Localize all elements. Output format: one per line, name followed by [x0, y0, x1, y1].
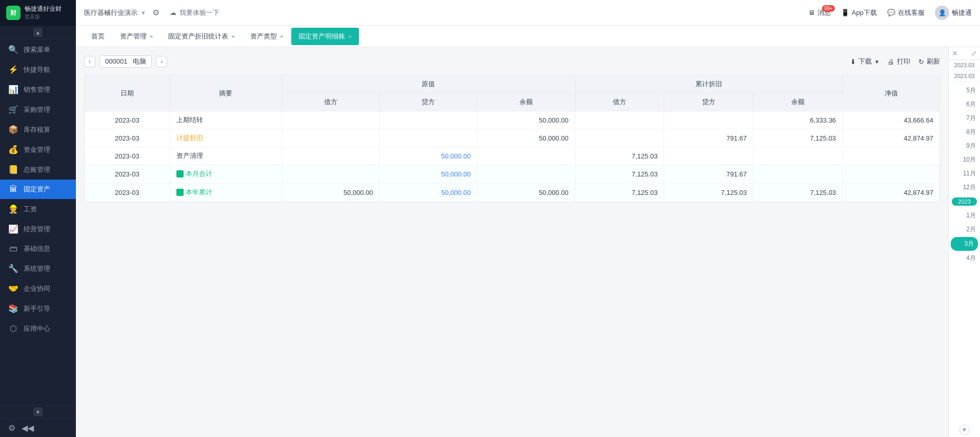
tab-detail-close[interactable]: ×: [348, 33, 351, 39]
timeline-month-5[interactable]: 5月: [949, 84, 980, 97]
customer-service-label: 在线客服: [898, 8, 925, 17]
company-selector[interactable]: 医疗器械行业演示 ▼: [84, 8, 146, 17]
sidebar-item-label: 采购管理: [24, 105, 50, 114]
user-name: 畅捷通: [952, 8, 972, 17]
refresh-icon: ↻: [918, 58, 924, 66]
sidebar-item-label: 应用中心: [24, 324, 50, 333]
sidebar-item-cooperation[interactable]: 🤝 企业协同: [0, 279, 76, 299]
tab-asset-management[interactable]: 资产管理 ×: [113, 28, 160, 45]
tab-asset-type[interactable]: 资产类型 ×: [243, 28, 290, 45]
sidebar-item-label: 销售管理: [24, 85, 50, 94]
sidebar-logo: 财 畅捷通好业财 普及版: [0, 0, 76, 26]
sidebar-scroll-up[interactable]: ▲: [33, 28, 43, 37]
topbar: 医疗器械行业演示 ▼ ⚙ ☁ 我要体验一下 🖥 消息 99+ 📱 App下载 💬…: [76, 0, 980, 26]
company-settings-icon[interactable]: ⚙: [152, 8, 159, 17]
sidebar-item-operations[interactable]: 📈 经营管理: [0, 219, 76, 239]
asset-next-button[interactable]: ›: [156, 56, 167, 67]
timeline-2023-3[interactable]: 3月: [951, 237, 978, 251]
sidebar-item-system[interactable]: 🔧 系统管理: [0, 259, 76, 279]
tab-asset-type-close[interactable]: ×: [280, 33, 283, 39]
messages-icon: 🖥: [808, 9, 815, 16]
th-summary: 摘要: [170, 75, 282, 111]
sidebar-item-base-info[interactable]: 🗃 基础信息: [0, 239, 76, 259]
sidebar-item-sales[interactable]: 📊 销售管理: [0, 80, 76, 100]
timeline-2023-4[interactable]: 4月: [949, 251, 980, 265]
sidebar-item-guide[interactable]: 📚 新手引导: [0, 299, 76, 319]
company-dropdown-arrow: ▼: [141, 10, 146, 16]
tab-asset-management-close[interactable]: ×: [150, 33, 153, 39]
customer-service-button[interactable]: 💬 在线客服: [887, 8, 925, 17]
timeline-month-12[interactable]: 12月: [949, 181, 980, 194]
user-profile[interactable]: 👤 畅捷通: [935, 6, 972, 20]
sidebar-item-label: 经营管理: [24, 225, 50, 234]
settings-icon[interactable]: ⚙: [8, 423, 15, 433]
asset-code: 000001: [105, 57, 127, 65]
sidebar-nav: 🔍 搜索菜单 ⚡ 快捷导航 📊 销售管理 🛒 采购管理 📦 库存核算 💰 资金管…: [0, 39, 76, 405]
table-row: 2023-03本月合计50,000.007,125.03791.67: [85, 165, 939, 184]
timeline-2023-1[interactable]: 1月: [949, 209, 980, 223]
summary-icon: 本月合计: [176, 169, 212, 178]
timeline-month-11[interactable]: 11月: [949, 167, 980, 181]
sidebar-item-purchase[interactable]: 🛒 采购管理: [0, 100, 76, 120]
sidebar-item-label: 固定资产: [24, 185, 50, 194]
sidebar-item-app-center[interactable]: ⬡ 应用中心: [0, 319, 76, 339]
sidebar-item-fixed-assets[interactable]: 🏛 固定资产: [0, 180, 76, 199]
print-label: 打印: [897, 57, 910, 66]
messages-button[interactable]: 🖥 消息 99+: [808, 8, 831, 17]
sidebar-item-inventory[interactable]: 📦 库存核算: [0, 120, 76, 140]
company-name: 医疗器械行业演示: [84, 8, 137, 17]
timeline-month-9[interactable]: 9月: [949, 139, 980, 153]
sidebar-item-quick-nav[interactable]: ⚡ 快捷导航: [0, 59, 76, 80]
fixed-assets-icon: 🏛: [8, 185, 18, 194]
app-version: 普及版: [25, 13, 62, 21]
tab-depreciation-close[interactable]: ×: [231, 33, 234, 39]
timeline-top-year: 2023.03: [949, 60, 980, 71]
sidebar-item-funds[interactable]: 💰 资金管理: [0, 140, 76, 160]
customer-service-icon: 💬: [887, 9, 895, 16]
prev-icon: ‹: [89, 58, 91, 65]
th-date: 日期: [85, 75, 170, 111]
sidebar-scroll-down[interactable]: ▼: [33, 407, 43, 416]
sidebar-item-ledger[interactable]: 📒 总账管理: [0, 160, 76, 180]
asset-code-tag: 000001 电脑: [99, 55, 152, 68]
sidebar-item-label: 工资: [24, 205, 37, 214]
th-net-value: 净值: [843, 75, 939, 111]
app-logo-icon: 财: [6, 6, 21, 20]
system-icon: 🔧: [8, 264, 18, 273]
tab-home[interactable]: 首页: [84, 28, 112, 45]
timeline-month-6[interactable]: 6月: [949, 97, 980, 111]
app-download-icon: 📱: [841, 9, 849, 16]
sidebar-item-search[interactable]: 🔍 搜索菜单: [0, 39, 76, 59]
timeline-month-8[interactable]: 8月: [949, 125, 980, 139]
print-button[interactable]: 🖨 打印: [888, 57, 910, 66]
table-row: 2023-03上期结转50,000.006,333.3643,666.64: [85, 111, 939, 129]
timeline-expand-icon[interactable]: ⤢: [971, 49, 977, 57]
table-row: 2023-03计提折旧50,000.00791.677,125.0342,874…: [85, 129, 939, 147]
depre-link[interactable]: 计提折旧: [176, 134, 203, 142]
operations-icon: 📈: [8, 224, 18, 234]
tab-fixed-asset-detail[interactable]: 固定资产明细账 ×: [291, 28, 358, 45]
timeline-2023-2[interactable]: 2月: [949, 223, 980, 236]
collapse-icon[interactable]: ◀◀: [22, 423, 34, 433]
asset-actions: ⬇ 下载 ▼ 🖨 打印 ↻ 刷新: [850, 57, 940, 66]
tab-fixed-asset-depreciation[interactable]: 固定资产折旧统计表 ×: [161, 28, 242, 45]
asset-prev-button[interactable]: ‹: [84, 56, 95, 67]
sidebar-item-payroll[interactable]: 👷 工资: [0, 199, 76, 219]
sidebar-item-label: 新手引导: [24, 304, 50, 313]
timeline-close-icon[interactable]: ✕: [952, 49, 958, 57]
th-original-group: 原值: [282, 75, 575, 93]
funds-icon: 💰: [8, 145, 18, 154]
asset-name: 电脑: [133, 57, 146, 65]
timeline-month-10[interactable]: 10月: [949, 153, 980, 167]
app-download-button[interactable]: 📱 App下载: [841, 8, 877, 17]
th-original-debit: 借方: [282, 93, 380, 111]
timeline-month-7[interactable]: 7月: [949, 111, 980, 125]
experience-button[interactable]: ☁ 我要体验一下: [170, 8, 219, 17]
topbar-right: 🖥 消息 99+ 📱 App下载 💬 在线客服 👤 畅捷通: [808, 6, 972, 20]
timeline-scroll-down[interactable]: ▼: [959, 425, 970, 435]
download-button[interactable]: ⬇ 下载 ▼: [850, 57, 879, 66]
print-icon: 🖨: [888, 58, 894, 66]
refresh-button[interactable]: ↻ 刷新: [918, 57, 940, 66]
th-original-balance: 余额: [477, 93, 575, 111]
tabs-bar: 首页 资产管理 × 固定资产折旧统计表 × 资产类型 × 固定资产明细账 ×: [76, 26, 980, 47]
